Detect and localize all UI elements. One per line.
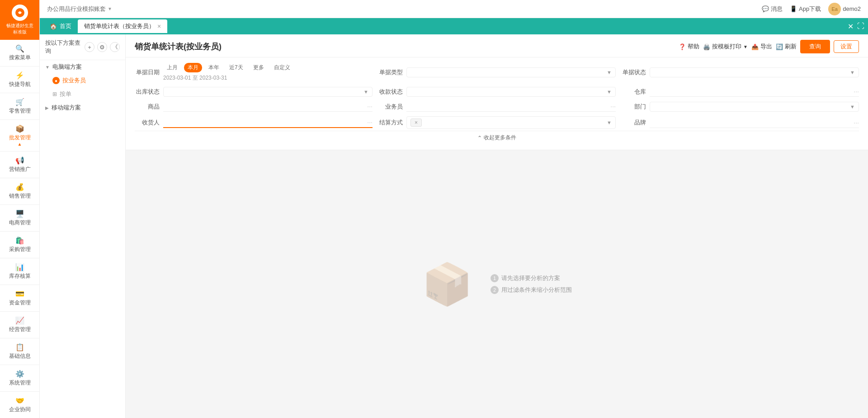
close-window-icon[interactable]: ✕ [848,22,854,31]
company-dropdown[interactable]: 办公用品行业模拟账套 ▼ [47,5,112,13]
sidebar-item-enterprise[interactable]: 🤝 企业协同 [0,392,39,418]
tab-home[interactable]: 🏠 首页 [43,19,78,33]
enterprise-icon: 🤝 [15,396,24,405]
docstatus-select[interactable]: ▼ [650,67,859,77]
goods-dots-icon[interactable]: ··· [367,103,373,110]
help-label: 帮助 [688,43,699,51]
query-button[interactable]: 查询 [800,40,830,53]
left-panel-title: 按以下方案查询 [45,39,85,55]
empty-illustration: 📦 [422,261,472,308]
tree-item-byorder[interactable]: ⊞ 按单 [40,87,125,101]
sidebar-item-ecom[interactable]: 🖥️ 电商管理 [0,205,39,232]
sidebar-item-inventory[interactable]: 📊 库存核算 [0,258,39,285]
export-btn[interactable]: 📤 导出 [751,43,772,51]
sidebar-item-purchase[interactable]: 🛍️ 采购管理 [0,232,39,258]
outstatus-select[interactable]: ▼ [163,87,373,97]
sidebar-item-marketing[interactable]: 📢 营销推广 [0,152,39,178]
sidebar-item-label: 快捷导航 [9,81,31,88]
sidebar-item-wholesale[interactable]: 📦 批发管理 ▲ [0,120,39,152]
inventory-icon: 📊 [15,263,24,271]
settings-scheme-btn[interactable]: ⚙ [97,42,107,52]
system-icon: ⚙️ [15,370,24,378]
collapse-bar[interactable]: ⌃ 收起更多条件 [135,131,859,144]
filter-department-col: 部门 ▼ [621,102,859,112]
active-dot-icon: ● [52,77,60,84]
salesperson-dots-icon[interactable]: ··· [610,103,616,110]
collapse-panel-btn[interactable]: 《 [110,42,120,52]
receiver-dots-icon[interactable]: ··· [367,119,373,126]
filter-goods-col: 商品 ··· [135,101,373,112]
tree-item-mobile[interactable]: ▶ 移动端方案 [40,101,125,114]
filter-receiver-col: 收货人 ··· [135,117,373,128]
date-this-year-btn[interactable]: 本年 [205,63,223,72]
tab-close-icon[interactable]: × [157,23,161,29]
settlement-tag-close[interactable]: × [414,119,419,126]
settlement-label: 结算方式 [378,119,403,127]
hint1-num: 1 [491,274,499,282]
app-download-btn[interactable]: 📱 App下载 [790,5,821,13]
sidebar-item-basic[interactable]: 📋 基础信息 [0,338,39,365]
date-last7-btn[interactable]: 近7天 [226,63,247,72]
settlement-arrow-icon: ▼ [607,120,612,125]
docstatus-arrow-icon: ▼ [850,70,855,75]
app-download-label: App下载 [799,5,821,13]
settings-button[interactable]: 设置 [834,40,859,53]
date-this-month-btn[interactable]: 本月 [184,63,202,72]
sidebar-item-system[interactable]: ⚙️ 系统管理 [0,365,39,392]
doctype-label: 单据类型 [378,68,403,76]
dropdown-arrow-icon: ▼ [108,6,112,11]
help-btn[interactable]: ❓ 帮助 [679,43,699,51]
sidebar-logo: 畅捷通好生意 标准版 [0,0,39,40]
filter-brand-col: 品牌 ··· [621,118,859,128]
date-custom-btn[interactable]: 自定义 [270,63,294,72]
brand-dots-icon[interactable]: ··· [854,119,859,126]
username-label: demo2 [843,5,861,12]
sidebar-item-sales[interactable]: 💰 销售管理 [0,178,39,205]
tree-item-salesperson[interactable]: ● 按业务员 [40,74,125,87]
tab-report-label: 销货单统计表（按业务员） [84,22,155,30]
department-select[interactable]: ▼ [650,102,859,112]
doctype-arrow-icon: ▼ [607,70,612,75]
tab-expand-actions: ✕ ⛶ [848,22,864,31]
expand-icon[interactable]: ⛶ [857,22,864,30]
filter-section: 单据日期 上月 本月 本年 近7天 更多 自定义 2023-03-01 至 20… [126,57,868,150]
sidebar-item-finance[interactable]: 💳 资金管理 [0,285,39,312]
department-label: 部门 [621,103,646,111]
left-panel: 按以下方案查询 + ⚙ 《 ▼ 电脑端方案 ● 按业务员 ⊞ 按单 [40,34,126,418]
user-profile[interactable]: Ea demo2 [828,3,861,15]
retail-icon: 🛒 [15,98,24,106]
tree-leaf-label: 按单 [60,90,71,98]
sidebar-item-operation[interactable]: 📈 经营管理 [0,312,39,338]
finance-icon: 💳 [15,290,24,298]
sidebar-item-search[interactable]: 🔍 搜索菜单 [0,40,39,66]
filter-outstatus-col: 出库状态 ▼ [135,87,373,97]
tree-leaf-label: 按业务员 [62,76,86,85]
date-more-btn[interactable]: 更多 [250,63,268,72]
settlement-tag: × [410,119,422,127]
empty-state: 1 请先选择要分析的方案 2 用过滤条件来缩小分析范围 [491,274,572,294]
left-panel-header: 按以下方案查询 + ⚙ 《 [40,34,125,60]
filter-docstatus-col: 单据状态 ▼ [621,67,859,77]
message-label: 消息 [771,5,783,13]
logo-sublabel: 标准版 [13,29,27,35]
message-btn[interactable]: 💬 消息 [762,5,783,13]
tab-report[interactable]: 销货单统计表（按业务员） × [78,19,167,33]
message-icon: 💬 [762,5,769,12]
warehouse-dots-icon[interactable]: ··· [854,88,859,95]
tree-item-pc[interactable]: ▼ 电脑端方案 [40,60,125,74]
empty-hint-2: 2 用过滤条件来缩小分析范围 [491,286,572,294]
print-icon: 🖨️ [703,43,710,50]
refresh-label: 刷新 [785,43,797,51]
doctype-select[interactable]: ▼ [406,67,616,77]
page-header: 销货单统计表(按业务员) ❓ 帮助 🖨️ 按模板打印 ▼ 📤 导出 [126,34,868,57]
receiptstatus-arrow-icon: ▼ [607,89,612,95]
settlement-select[interactable]: × ▼ [406,116,616,129]
sidebar-item-quicknav[interactable]: ⚡ 快捷导航 [0,66,39,93]
template-print-btn[interactable]: 🖨️ 按模板打印 ▼ [703,43,748,51]
refresh-btn[interactable]: 🔄 刷新 [776,43,797,51]
add-scheme-btn[interactable]: + [85,42,94,52]
search-icon: 🔍 [15,44,24,53]
date-last-month-btn[interactable]: 上月 [163,63,181,72]
receiptstatus-select[interactable]: ▼ [406,87,616,97]
sidebar-item-retail[interactable]: 🛒 零售管理 [0,93,39,120]
